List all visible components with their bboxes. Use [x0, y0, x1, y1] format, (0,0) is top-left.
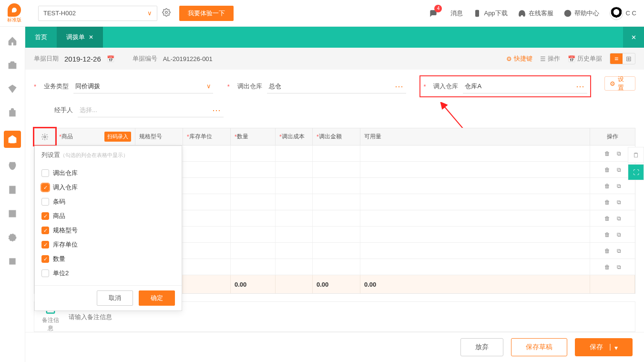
save-button[interactable]: 保存▾	[575, 338, 633, 356]
nav-report-icon[interactable]	[7, 184, 18, 196]
more-icon[interactable]: ⋯	[395, 81, 404, 92]
nav-home-icon[interactable]	[7, 35, 18, 47]
online-cs-link[interactable]: 在线客服	[518, 9, 553, 18]
checkbox[interactable]	[41, 255, 49, 263]
checkbox[interactable]	[41, 198, 49, 206]
column-settings-button[interactable]	[34, 128, 55, 145]
trial-button[interactable]: 我要体验一下	[179, 6, 234, 21]
svg-text:新: 新	[11, 259, 15, 264]
copy-icon[interactable]: ⧉	[617, 231, 621, 238]
nav-config-icon[interactable]	[7, 232, 18, 243]
col-option[interactable]: 规格型号	[41, 223, 175, 238]
nav-gift-icon[interactable]	[7, 59, 18, 71]
copy-icon[interactable]: ⧉	[617, 248, 621, 254]
tab-transfer-doc[interactable]: 调拨单✕	[57, 27, 103, 48]
svg-point-19	[44, 136, 46, 138]
messages-link[interactable]: 4 消息	[429, 9, 463, 18]
shortcut-link[interactable]: ⚙ 快捷键	[506, 54, 532, 63]
confirm-button[interactable]: 确定	[139, 290, 175, 306]
user-menu[interactable]: C C	[610, 7, 636, 20]
logo-subtitle: 标准版	[0, 17, 29, 23]
edge-tools: 🗒 ⛶	[628, 147, 644, 181]
gear-icon[interactable]	[162, 8, 171, 18]
history-link[interactable]: 📅 历史单据	[568, 54, 602, 63]
copy-icon[interactable]: ⧉	[617, 150, 621, 157]
app-download-link[interactable]: App下载	[473, 9, 507, 18]
svg-rect-8	[13, 140, 14, 143]
delete-icon[interactable]: 🗑	[604, 215, 610, 222]
date-value[interactable]: 2019-12-26	[64, 55, 101, 63]
remark-input[interactable]	[69, 313, 628, 321]
copy-icon[interactable]: ⧉	[617, 166, 621, 173]
grid-view-icon[interactable]: ⊞	[623, 53, 635, 64]
tenant-select[interactable]: TEST-H002 ∨	[38, 6, 157, 21]
scan-input-button[interactable]: 扫码录入	[104, 132, 131, 142]
total-amount: 0.00	[313, 275, 360, 293]
col-option[interactable]: 调入仓库	[41, 180, 175, 195]
checkbox[interactable]	[41, 212, 49, 220]
side-nav: ¥ 新	[0, 27, 25, 362]
out-warehouse-field[interactable]: *调出仓库 总仓⋯	[227, 76, 407, 96]
delete-icon[interactable]: 🗑	[604, 199, 610, 206]
tab-home[interactable]: 首页	[25, 27, 57, 48]
top-header: 标准版 TEST-H002 ∨ 我要体验一下 4 消息 App下载 在线客服 帮…	[0, 0, 644, 27]
biz-type-field[interactable]: *业务类型 同价调拨∨	[34, 76, 213, 96]
line-item-table: *商品扫码录入 规格型号 *库存单位 *数量 *调出成本 *调出金额 可用量 操…	[34, 128, 635, 294]
delete-icon[interactable]: 🗑	[604, 183, 610, 189]
checkbox[interactable]	[41, 227, 49, 234]
svg-point-15	[9, 234, 16, 241]
nav-diamond-icon[interactable]	[7, 83, 18, 94]
nav-new-icon[interactable]: 新	[7, 256, 18, 267]
total-avail: 0.00	[360, 275, 590, 293]
delete-icon[interactable]: 🗑	[604, 264, 610, 270]
more-icon[interactable]: ⋯	[576, 81, 585, 92]
checkbox[interactable]	[41, 169, 49, 177]
col-option[interactable]: 条码	[41, 195, 175, 209]
user-name: C C	[626, 10, 636, 17]
svg-rect-6	[10, 111, 15, 116]
copy-icon[interactable]: ⧉	[617, 183, 621, 189]
col-option[interactable]: 数量	[41, 252, 175, 266]
tenant-value: TEST-H002	[43, 10, 76, 17]
msg-badge: 4	[434, 5, 442, 12]
list-view-icon[interactable]: ≡	[610, 53, 623, 64]
nav-warehouse-icon[interactable]	[4, 131, 21, 148]
copy-icon[interactable]: ⧉	[617, 215, 621, 222]
help-link[interactable]: 帮助中心	[564, 9, 599, 18]
nav-bag-icon[interactable]	[7, 107, 18, 118]
col-option[interactable]: 单位2	[41, 266, 175, 280]
note-icon[interactable]: 🗒	[628, 147, 644, 163]
delete-icon[interactable]: 🗑	[604, 248, 610, 254]
col-option[interactable]: 库存单位	[41, 238, 175, 252]
close-icon[interactable]: ✕	[89, 34, 93, 41]
ops-link[interactable]: ☰ 操作	[540, 54, 560, 63]
svg-text:¥: ¥	[11, 165, 13, 168]
discard-button[interactable]: 放弃	[460, 338, 503, 356]
handler-field[interactable]: 经手人 选择...⋯	[42, 103, 224, 117]
expand-icon[interactable]: ⛶	[628, 164, 644, 180]
checkbox[interactable]	[41, 269, 49, 277]
delete-icon[interactable]: 🗑	[604, 166, 610, 173]
delete-icon[interactable]: 🗑	[604, 150, 610, 157]
checkbox[interactable]	[41, 184, 49, 191]
settings-button[interactable]: ⚙ 设置	[604, 76, 635, 91]
column-settings-popover: 列设置（勾选的列会在表格中显示） 调出仓库调入仓库条码商品规格型号库存单位数量单…	[34, 145, 182, 311]
calendar-icon[interactable]: 📅	[107, 55, 114, 62]
view-toggle[interactable]: ≡ ⊞	[610, 53, 635, 64]
in-warehouse-field[interactable]: *调入仓库 仓库A⋯	[420, 76, 590, 96]
close-panel-icon[interactable]: ✕	[623, 27, 644, 48]
delete-icon[interactable]: 🗑	[604, 231, 610, 238]
svg-rect-1	[476, 10, 479, 16]
col-option[interactable]: 商品	[41, 209, 175, 223]
header-right: 4 消息 App下载 在线客服 帮助中心 C C	[429, 7, 636, 20]
cancel-button[interactable]: 取消	[97, 290, 133, 306]
copy-icon[interactable]: ⧉	[617, 199, 621, 206]
checkbox[interactable]	[41, 241, 49, 248]
copy-icon[interactable]: ⧉	[617, 264, 621, 270]
date-label: 单据日期	[34, 54, 59, 63]
save-draft-button[interactable]: 保存草稿	[511, 338, 567, 356]
nav-users-icon[interactable]	[7, 208, 18, 219]
more-icon[interactable]: ⋯	[212, 105, 222, 115]
nav-money-icon[interactable]: ¥	[7, 160, 18, 172]
col-option[interactable]: 调出仓库	[41, 166, 175, 180]
